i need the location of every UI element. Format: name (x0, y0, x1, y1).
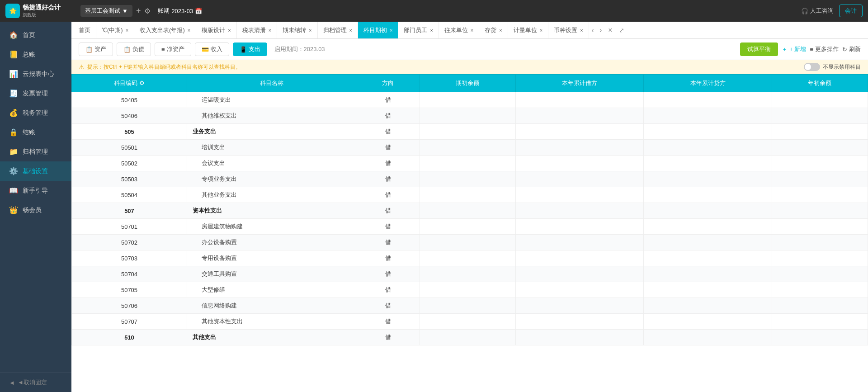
table-row[interactable]: 50704 交通工具购置 借 (72, 266, 868, 282)
tab-inventory[interactable]: 存货 × (479, 22, 508, 38)
tab-close-all-btn[interactable]: × (604, 26, 616, 34)
table-row[interactable]: 50504 其他业务支出 借 (72, 187, 868, 203)
tab-expand-btn[interactable]: ⤢ (616, 27, 627, 34)
table-row[interactable]: 50701 房屋建筑物购建 借 (72, 219, 868, 235)
table-row[interactable]: 50705 大型修缮 借 (72, 282, 868, 298)
sidebar-item-invoice[interactable]: 🧾 发票管理 (0, 84, 71, 103)
tab-next-btn[interactable]: › (597, 26, 604, 34)
sub-tab-liability[interactable]: 📋 负债 (117, 43, 151, 56)
cell-ytd-credit (644, 250, 772, 266)
hide-toggle-switch[interactable] (804, 63, 820, 71)
kuaiji-btn[interactable]: 会计 (839, 5, 863, 17)
sidebar-label-member: 畅会员 (23, 206, 42, 214)
tab-home[interactable]: 首页 (73, 22, 96, 38)
settings-icon[interactable]: ⚙ (144, 7, 151, 15)
sub-tab-income-tab[interactable]: 💳 收入 (195, 43, 229, 56)
table-row[interactable]: 50405 运温暖支出 借 (72, 92, 868, 108)
calendar-icon[interactable]: 📅 (195, 8, 202, 14)
cell-year-start (772, 298, 868, 314)
tab-income-close[interactable]: × (188, 28, 190, 33)
tab-subject-init-close[interactable]: × (390, 28, 392, 33)
collapse-icon: ◄ (9, 379, 15, 386)
sidebar-collapse-btn[interactable]: ◄ ◄取消固定 (0, 373, 71, 392)
table-container: 科目编码 ⚙ 科目名称 方向 期初余额 (71, 74, 868, 392)
cell-year-start (772, 314, 868, 330)
cell-opening (420, 330, 515, 345)
sub-tab-toolbar: 📋 资产 📋 负债 ≡ 净资产 💳 收入 📱 支出 (71, 39, 868, 60)
table-row[interactable]: 510 其他支出 借 (72, 330, 868, 345)
sidebar-item-home[interactable]: 🏠 首页 (0, 25, 71, 45)
tab-home-label: 首页 (79, 26, 90, 34)
tab-subject-init-label: 科目期初 (363, 26, 387, 34)
sub-tab-expense[interactable]: 📱 支出 (233, 43, 267, 56)
tab-taxclear[interactable]: 税表清册 × (237, 22, 277, 38)
table-row[interactable]: 50503 专项业务支出 借 (72, 171, 868, 187)
table-row[interactable]: 50703 专用设备购置 借 (72, 250, 868, 266)
sidebar-item-ledger[interactable]: 📒 总账 (0, 45, 71, 64)
table-row[interactable]: 50406 其他维权支出 借 (72, 108, 868, 124)
sidebar-item-report[interactable]: 📊 云报表中心 (0, 64, 71, 84)
cell-opening (420, 298, 515, 314)
ai-consult-btn[interactable]: 🎧 人工咨询 (801, 7, 834, 15)
cell-name: 专用设备购置 (187, 250, 356, 266)
cell-ytd-credit (644, 266, 772, 282)
tab-subject-init[interactable]: 科目期初 × (358, 22, 398, 38)
tab-prev-btn[interactable]: ‹ (589, 26, 597, 34)
sidebar-label-guide: 新手引导 (23, 187, 48, 195)
sidebar-item-settings[interactable]: ⚙️ 基础设置 (0, 161, 71, 181)
collapse-label: ◄取消固定 (18, 378, 47, 387)
cell-year-start (772, 235, 868, 250)
table-row[interactable]: 50501 培训支出 借 (72, 140, 868, 156)
tab-period[interactable]: ℃(中期) × (96, 22, 134, 38)
table-row[interactable]: 50702 办公设备购置 借 (72, 235, 868, 250)
add-icon[interactable]: + (136, 6, 141, 16)
tab-inventory-close[interactable]: × (499, 28, 502, 33)
tab-archive[interactable]: 归档管理 × (318, 22, 358, 38)
sidebar-item-guide[interactable]: 📖 新手引导 (0, 181, 71, 200)
tab-dept-close[interactable]: × (430, 28, 433, 33)
sidebar-item-tax[interactable]: 💰 税务管理 (0, 103, 71, 123)
tab-archive-close[interactable]: × (349, 28, 352, 33)
cell-code: 50502 (72, 156, 187, 171)
tab-unit-close[interactable]: × (540, 28, 542, 33)
tab-template[interactable]: 模版设计 × (196, 22, 236, 38)
tab-taxclear-close[interactable]: × (269, 28, 271, 33)
tab-period-end-label: 期末结转 (283, 26, 306, 34)
table-row[interactable]: 50707 其他资本性支出 借 (72, 314, 868, 330)
add-btn[interactable]: ＋ + 新增 (782, 45, 806, 53)
sidebar-item-member[interactable]: 👑 畅会员 (0, 200, 71, 220)
sub-tab-asset[interactable]: 📋 资产 (79, 43, 113, 56)
tab-period-end-close[interactable]: × (309, 28, 311, 33)
company-selector[interactable]: 基层工会测试 ▼ (80, 5, 132, 17)
tab-period-end[interactable]: 期末结转 × (277, 22, 317, 38)
more-btn[interactable]: ≡ 更多操作 (810, 45, 839, 53)
tab-currency-close[interactable]: × (580, 28, 583, 33)
tab-partner-close[interactable]: × (471, 28, 473, 33)
th-year-start: 年初余额 (772, 75, 868, 92)
tab-dept-label: 部门员工 (404, 26, 427, 34)
table-row[interactable]: 50706 信息网络购建 借 (72, 298, 868, 314)
logo-area: 🌟 畅捷通好会计 旗舰版 (5, 4, 77, 18)
sidebar-item-archive[interactable]: 📁 归档管理 (0, 142, 71, 161)
tab-partner[interactable]: 往来单位 × (439, 22, 479, 38)
main-layout: 🏠 首页 📒 总账 📊 云报表中心 🧾 发票管理 💰 税务管理 🔒 结账 📁 归… (0, 22, 868, 392)
refresh-btn[interactable]: ↻ 刷新 (842, 45, 861, 53)
tab-income[interactable]: 收入支出表(年报) × (134, 22, 196, 38)
tab-template-close[interactable]: × (228, 28, 231, 33)
sidebar-label-tax: 税务管理 (23, 109, 48, 117)
sub-tab-equity[interactable]: ≡ 净资产 (155, 43, 191, 56)
cell-opening (420, 108, 515, 124)
tab-unit[interactable]: 计量单位 × (508, 22, 548, 38)
tips-text: 提示：按Ctrl + F键并输入科目编码或者科目名称可以查找科目。 (87, 63, 241, 71)
table-row[interactable]: 50502 会议支出 借 (72, 156, 868, 171)
table-row[interactable]: 505 业务支出 借 (72, 124, 868, 140)
sidebar-item-close[interactable]: 🔒 结账 (0, 123, 71, 142)
more-icon: ≡ (810, 46, 813, 53)
balance-btn[interactable]: 试算平衡 (740, 43, 778, 56)
cell-direction: 借 (356, 156, 420, 171)
tab-currency[interactable]: 币种设置 × (548, 22, 589, 38)
tab-period-close[interactable]: × (126, 28, 128, 33)
cell-direction: 借 (356, 219, 420, 235)
table-row[interactable]: 507 资本性支出 借 (72, 203, 868, 219)
tab-dept[interactable]: 部门员工 × (398, 22, 439, 38)
